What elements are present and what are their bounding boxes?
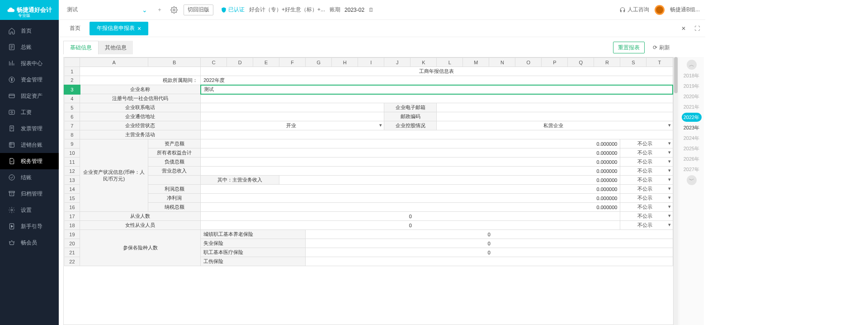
cell[interactable]: 不公示▾ [620,158,673,167]
col-header[interactable]: C [201,58,227,67]
cell[interactable]: 0.000000 [201,203,620,212]
cell[interactable]: 企业通信地址 [80,112,201,121]
vertical-scrollbar[interactable] [674,57,678,325]
sidebar-item-guide[interactable]: 新手引导 [0,218,59,234]
dropdown-icon[interactable]: ▾ [668,140,671,146]
cell[interactable] [201,94,673,103]
cell[interactable]: 税款所属期间： [80,76,201,85]
reset-report-button[interactable]: 重置报表 [613,42,645,53]
close-icon[interactable]: × [137,25,141,32]
cell[interactable] [201,130,673,139]
sidebar-item-close[interactable]: 结账 [0,169,59,186]
col-header[interactable]: M [463,58,489,67]
cell[interactable]: 工商年报信息表 [201,67,673,76]
cell[interactable]: 注册号/统一社会信用代码 [80,94,201,103]
cell[interactable]: 职工基本医疗保险 [201,248,306,257]
cell[interactable]: 企业电子邮箱 [384,103,437,112]
sidebar-item-stock[interactable]: 进销台账 [0,137,59,153]
col-header[interactable]: I [358,58,384,67]
col-header[interactable]: F [279,58,306,67]
cell[interactable]: 0.000000 [279,176,620,185]
col-header[interactable]: S [620,58,646,67]
cell[interactable]: 0.000000 [201,148,620,158]
cell[interactable]: 0.000000 [201,139,620,148]
cell[interactable]: 不公示▾ [620,221,673,230]
cell[interactable]: 开业▾ [201,121,384,130]
close-tab-icon[interactable]: ✕ [679,24,688,33]
year-item[interactable]: 2022年 [682,113,702,122]
cell[interactable]: 0 [201,221,620,230]
cell[interactable]: 其中：主营业务收入 [201,176,279,185]
cell[interactable]: 从业人数 [80,212,201,221]
col-header[interactable]: N [489,58,515,67]
row-header[interactable]: 1 [64,67,80,76]
year-item[interactable]: 2018年 [682,71,702,80]
cell[interactable] [201,112,384,121]
cell[interactable]: 0 [306,239,673,248]
sidebar-item-ledger[interactable]: 总账 [0,39,59,55]
page-tab[interactable]: 首页 [62,22,88,35]
subtab[interactable]: 基础信息 [63,41,99,54]
cell[interactable]: 不公示▾ [620,212,673,221]
year-down-icon[interactable]: ﹀ [687,175,697,185]
sidebar-item-report[interactable]: 报表中心 [0,55,59,72]
cell[interactable] [80,67,201,76]
cell[interactable]: 0 [201,212,620,221]
row-header[interactable]: 12 [64,167,80,176]
cell[interactable]: 利润总额 [148,185,201,194]
cell[interactable]: 工伤保险 [201,257,306,266]
col-header[interactable]: K [410,58,437,67]
add-icon[interactable]: ＋ [155,5,165,15]
cell[interactable]: 净利润 [148,194,201,203]
year-up-icon[interactable]: ︿ [687,60,697,70]
sidebar-item-settings[interactable]: 设置 [0,202,59,218]
corner-cell[interactable] [64,58,80,67]
cell[interactable]: 负债总额 [148,158,201,167]
cell[interactable]: 不公示▾ [620,139,673,148]
row-header[interactable]: 14 [64,185,80,194]
col-header[interactable]: T [646,58,673,67]
year-item[interactable]: 2021年 [682,102,702,111]
row-header[interactable]: 19 [64,230,80,239]
year-item[interactable]: 2027年 [682,165,702,174]
year-item[interactable]: 2020年 [682,92,702,101]
dropdown-icon[interactable]: ▾ [668,177,671,182]
cell[interactable]: 邮政编码 [384,112,437,121]
cell[interactable]: 资产总额 [148,139,201,148]
row-header[interactable]: 22 [64,257,80,266]
fullscreen-icon[interactable]: ⛶ [693,24,702,33]
switch-old-version-button[interactable]: 切回旧版 [184,5,213,15]
row-header[interactable]: 21 [64,248,80,257]
cell[interactable]: 测试 [201,85,673,94]
cell[interactable]: 0 [306,248,673,257]
refresh-button[interactable]: ⟳ 刷新 [649,42,674,53]
user-name[interactable]: 畅捷通B组... [670,6,700,14]
row-header[interactable]: 16 [64,203,80,212]
cell[interactable]: 0 [306,230,673,239]
cell[interactable]: 主营业务活动 [80,130,201,139]
avatar[interactable] [655,5,665,15]
dropdown-icon[interactable]: ▾ [668,149,671,155]
sidebar-item-invoice[interactable]: 发票管理 [0,120,59,137]
cell[interactable]: 女性从业人员 [80,221,201,230]
cell[interactable] [437,112,673,121]
row-header[interactable]: 18 [64,221,80,230]
col-header[interactable]: E [253,58,279,67]
cell[interactable]: 私营企业▾ [437,121,673,130]
dropdown-icon[interactable]: ▾ [668,122,671,128]
cell[interactable]: 纳税总额 [148,203,201,212]
col-header[interactable]: D [227,58,253,67]
row-header[interactable]: 17 [64,212,80,221]
cell[interactable]: 不公示▾ [620,167,673,176]
dropdown-icon[interactable]: ▾ [668,195,671,201]
row-header[interactable]: 5 [64,103,80,112]
row-header[interactable]: 20 [64,239,80,248]
col-header[interactable]: G [306,58,332,67]
cell[interactable]: 2022年度 [201,76,673,85]
col-header[interactable]: J [384,58,410,67]
sidebar-item-asset[interactable]: 固定资产 [0,88,59,104]
cell[interactable] [306,257,673,266]
row-header[interactable]: 7 [64,121,80,130]
calendar-icon[interactable]: 🗓 [368,7,374,13]
cell[interactable]: 不公示▾ [620,148,673,158]
